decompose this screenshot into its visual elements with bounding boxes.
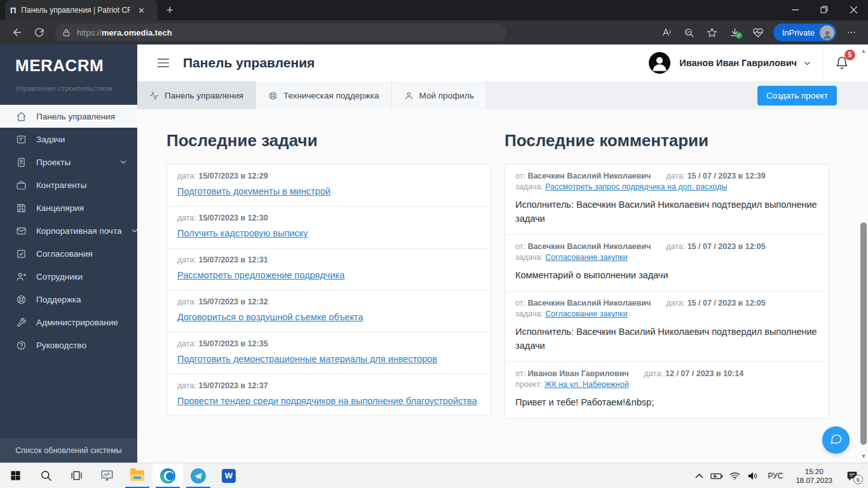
sidebar-nav: Панель управления Задачи Проекты Контраг… [0,105,137,438]
start-button[interactable] [0,463,31,488]
wrench-icon [16,317,27,328]
zoom-out-icon[interactable] [679,24,700,41]
wifi-icon[interactable] [727,463,742,488]
tray-clock[interactable]: 15:20 18.07.2023 [790,467,837,485]
app-logo: MERACRM [15,56,122,76]
task-view-button[interactable] [61,463,92,488]
comment-ref-link[interactable]: ЖК на ул. Набережной [545,380,629,389]
user-menu-chevron-icon[interactable] [803,59,811,67]
telegram-button[interactable] [183,463,214,488]
comment-ref-link[interactable]: Согласование закупки [545,309,627,318]
chat-fab-button[interactable] [822,426,850,454]
sidebar-item-tasks[interactable]: Задачи [0,128,137,151]
notifications-button[interactable]: 5 [824,56,860,70]
user-avatar-icon[interactable] [649,52,670,74]
sidebar-item-contractors[interactable]: Контрагенты [0,173,137,196]
volume-icon[interactable] [745,463,760,488]
new-tab-button[interactable]: + [166,4,173,17]
tasks-card-icon [16,134,27,145]
create-project-button[interactable]: Создать проект [757,86,837,105]
app-tagline: Управление строительством [15,85,122,92]
url-host: mera.omedia.tech [102,28,172,37]
favorites-star-icon[interactable] [702,24,722,41]
tray-chevron-up-icon[interactable] [691,463,707,488]
comment-meta: от: Васечкин Василий Николаевичдата: 15 … [515,171,818,182]
comment-ref: задача: Согласование закупки [515,309,818,320]
task-link[interactable]: Рассмотреть предложение подрядчика [177,270,344,280]
action-center-button[interactable]: 6 [840,463,864,488]
lifebuoy-icon [268,91,278,100]
browser-essentials-icon[interactable] [748,24,768,41]
page-scrollbar[interactable]: ▲ ▼ [859,44,868,463]
scrollbar-thumb[interactable] [860,222,867,445]
browser-tab[interactable]: П Панель управления | Patriot CRM ✕ [5,0,158,20]
comment-row: от: Васечкин Василий Николаевичдата: 15 … [505,291,829,362]
sidebar-item-support[interactable]: Поддержка [0,288,137,311]
site-favicon: П [10,6,16,15]
close-button[interactable] [839,0,868,19]
chat-bubble-icon [829,432,843,449]
tab-my-profile[interactable]: Мой профиль [392,81,487,109]
windows-taskbar: W РУС 15:20 18.07.2023 6 [0,463,868,488]
language-indicator[interactable]: РУС [763,471,788,480]
taskbar-search-button[interactable] [31,463,61,488]
sidebar-item-dashboard[interactable]: Панель управления [0,105,137,128]
sidebar-item-approvals[interactable]: Согласования [0,242,137,265]
sidebar-updates-link[interactable]: Список обновлений системы [0,438,137,463]
minimize-button[interactable] [780,0,810,19]
comment-body: Исполнитель: Васечкин Василий Николаевич… [515,198,818,226]
battery-icon[interactable] [709,463,724,488]
restore-button[interactable] [810,0,839,19]
task-link[interactable]: Подготовить документы в минстрой [177,186,330,196]
task-link[interactable]: Подготовить демонстрационные материалы д… [177,354,437,364]
sidebar-item-employees[interactable]: Сотрудники [0,265,137,288]
address-bar[interactable]: https://mera.omedia.tech [55,24,506,41]
inprivate-badge[interactable]: InPrivate [773,24,836,41]
logo-block: MERACRM Управление строительством [0,44,137,105]
sidebar-item-projects[interactable]: Проекты [0,151,137,173]
scroll-down-arrow[interactable]: ▼ [859,452,868,461]
main-area: Панель управления Иванов Иван Гаврилович… [137,44,868,463]
tab-strip: Панель управления Техническая поддержка … [137,81,868,109]
comment-ref-link[interactable]: Рассмотреть запрос подрядчика на доп. ра… [545,182,727,191]
comments-heading: Последние комментарии [505,131,829,151]
read-aloud-icon[interactable] [656,24,677,41]
sidebar-item-corporate-mail[interactable]: Корпоративная почта [0,219,137,242]
user-name[interactable]: Иванов Иван Гаврилович [679,58,797,68]
telegram-icon [191,468,206,484]
tasks-section: Последние задачи дата: 15/07/2023 в 12:2… [166,131,491,463]
browser-menu-icon[interactable] [841,24,862,41]
tab-close-icon[interactable]: ✕ [135,4,147,16]
user-plus-icon [16,271,27,282]
word-button[interactable]: W [214,463,244,488]
lock-icon[interactable] [62,29,71,37]
tab-dashboard[interactable]: Панель управления [137,81,256,109]
comment-ref-link[interactable]: Согласование закупки [545,253,627,262]
task-row: дата: 15/07/2023 в 12:31 Рассмотреть пре… [167,248,491,290]
profile-avatar-icon[interactable] [820,25,834,40]
back-icon[interactable] [6,23,28,42]
refresh-icon[interactable] [28,23,50,42]
folder-icon [130,470,144,481]
file-explorer-button[interactable] [122,463,153,488]
hamburger-menu-icon[interactable] [154,53,173,72]
comment-body: Привет и тебе! Работаем!&nbsp; [515,395,818,409]
edge-browser-button[interactable] [153,463,183,488]
url-text[interactable]: https://mera.omedia.tech [77,28,172,37]
task-link[interactable]: Получить кадстровую выписку [177,228,308,238]
comment-meta: от: Васечкин Василий Николаевичдата: 15 … [515,298,818,309]
scroll-up-arrow[interactable]: ▲ [859,46,868,55]
sidebar-item-administration[interactable]: Администрирование [0,311,137,334]
sidebar-item-guide[interactable]: Руководство [0,334,137,356]
tab-tech-support[interactable]: Техническая поддержка [256,81,392,109]
tray-time: 15:20 [805,468,824,475]
downloads-icon[interactable]: ✓ [725,24,745,41]
system-monitor-button[interactable] [92,463,122,488]
task-link[interactable]: Провести тендер среди подрядчиков на вып… [177,396,477,406]
sidebar-item-office[interactable]: Канцелярия [0,196,137,219]
content: Последние задачи дата: 15/07/2023 в 12:2… [137,109,868,463]
task-date: дата: 15/07/2023 в 12:32 [177,297,480,306]
tray-date: 18.07.2023 [796,477,832,484]
comment-row: от: Васечкин Василий Николаевичдата: 15 … [505,234,829,291]
task-link[interactable]: Договориться о воздушной съемке объекта [177,312,363,322]
